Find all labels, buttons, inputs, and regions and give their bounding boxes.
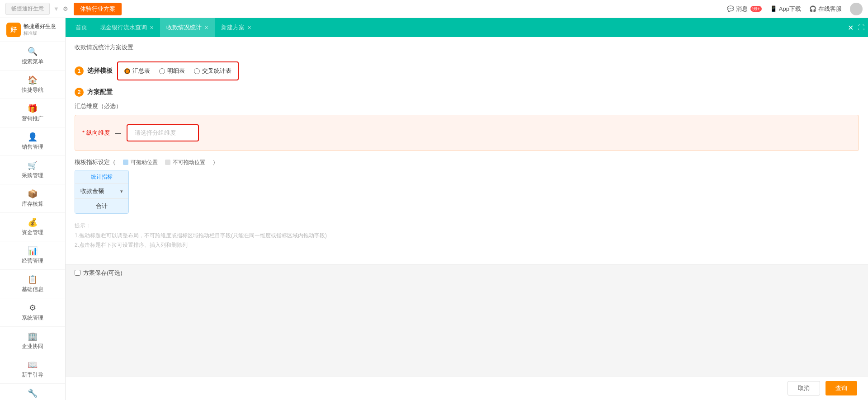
sidebar-item-enterprise[interactable]: 🏢 企业协同 [0,327,65,355]
dimension-arrow: — [115,130,121,136]
radio-cross-input[interactable] [194,68,200,74]
radio-detail-input[interactable] [159,68,165,74]
tips-section: 提示： 1.拖动标题栏可以调整布局，不可跨维度或指标区域拖动栏目字段(只能在同一… [75,221,859,250]
sidebar-item-label: 企业协同 [22,343,43,350]
tab-new-plan-label: 新建方案 [221,24,245,32]
logo-text: 畅捷通好生意 [24,23,56,30]
maximize-icon[interactable]: ⛶ [858,24,864,31]
cancel-button[interactable]: 取消 [788,381,820,395]
breadcrumb-arrow: ▼ [53,5,59,12]
search-icon: 🔍 [28,47,38,56]
sidebar-item-base-info[interactable]: 📋 基础信息 [0,270,65,298]
sidebar-item-label: 销售管理 [22,143,43,151]
book-icon: 📖 [28,360,38,370]
step2-title: 方案配置 [87,88,113,96]
home-icon: 🏠 [28,75,38,85]
dimension-row: * 纵向维度 — 请选择分组维度 [82,124,851,141]
step1-block: 1 选择模板 汇总表 明细表 [75,61,859,80]
close-window-icon[interactable]: ✕ [848,24,854,32]
radio-summary-input[interactable] [124,68,130,74]
sidebar: 好 畅捷通好生意 标准版 🔍 搜索菜单 🏠 快捷导航 🎁 营销推广 👤 销售管理… [0,18,66,400]
dimension-box: * 纵向维度 — 请选择分组维度 [75,115,859,151]
tab-home-label: 首页 [75,24,87,32]
metrics-item-amount[interactable]: 收款金额 ▾ [75,184,128,198]
trial-button[interactable]: 体验行业方案 [74,3,122,15]
top-header: 畅捷通好生意 ▼ ⚙ 体验行业方案 💬 消息 99+ 📱 App下载 🎧 在线客… [0,0,868,18]
sidebar-logo: 好 畅捷通好生意 标准版 [0,18,65,42]
sidebar-item-sales[interactable]: 👤 销售管理 [0,127,65,156]
save-label: 方案保存(可选) [83,269,123,277]
dimension-select[interactable]: 请选择分组维度 [127,124,199,141]
draggable-indicator [123,160,128,165]
sidebar-item-smart-hw[interactable]: 🔧 智能硬件 [0,384,65,400]
tab-bank-flow-close[interactable]: ✕ [150,25,154,31]
chart-icon: 📊 [28,246,38,256]
header-right: 💬 消息 99+ 📱 App下载 🎧 在线客服 [727,3,863,15]
avatar[interactable] [850,3,863,15]
sidebar-item-inventory[interactable]: 📦 库存核算 [0,184,65,213]
radio-detail-label: 明细表 [167,67,185,75]
box-icon: 📦 [28,189,38,199]
logo-version: 标准版 [24,30,56,37]
page-footer: 方案保存(可选) [66,264,868,282]
vertical-label: * 纵向维度 [82,129,110,137]
sidebar-item-system[interactable]: ⚙ 系统管理 [0,298,65,327]
page-title: 收款情况统计方案设置 [75,43,859,55]
main-content: 首页 现金银行流水查询 ✕ 收款情况统计 ✕ 新建方案 ✕ ✕ ⛶ [66,18,868,400]
sidebar-item-purchase[interactable]: 🛒 采购管理 [0,156,65,184]
tab-bank-flow[interactable]: 现金银行流水查询 ✕ [94,18,160,37]
app-download-item[interactable]: 📱 App下载 [770,5,801,13]
support-item[interactable]: 🎧 在线客服 [809,5,842,13]
metrics-total-label: 合计 [96,202,108,209]
metrics-item-total[interactable]: 合计 [75,198,128,213]
query-button[interactable]: 查询 [826,381,857,395]
step1-title: 选择模板 [87,67,113,75]
metrics-label: 模板指标设定（ [75,158,116,166]
step1-header: 1 选择模板 汇总表 明细表 [75,61,859,80]
legend-fixed-label: 不可拖动位置 [173,159,205,166]
sidebar-item-label: 库存核算 [22,200,43,208]
sidebar-item-search[interactable]: 🔍 搜索菜单 [0,42,65,71]
list-icon: 📋 [28,274,38,284]
metrics-header: 模板指标设定（ 可拖动位置 不可拖动位置 ） [75,158,859,166]
radio-cross[interactable]: 交叉统计表 [194,67,231,75]
metrics-close-paren: ） [212,158,218,166]
notification-badge: 99+ [750,6,762,12]
template-options: 汇总表 明细表 交叉统计表 [117,61,239,80]
tab-new-plan[interactable]: 新建方案 ✕ [215,18,258,37]
gift-icon: 🎁 [28,104,38,113]
download-icon: 📱 [770,5,777,12]
sidebar-item-operations[interactable]: 📊 经营管理 [0,241,65,270]
radio-cross-label: 交叉统计表 [202,67,231,75]
step2-header: 2 方案配置 [75,88,859,97]
money-icon: 💰 [28,217,38,227]
radio-summary-label: 汇总表 [132,67,150,75]
tab-bar: 首页 现金银行流水查询 ✕ 收款情况统计 ✕ 新建方案 ✕ ✕ ⛶ [66,18,868,37]
notification-item[interactable]: 💬 消息 99+ [727,5,762,13]
tab-receipt-stat[interactable]: 收款情况统计 ✕ [160,18,215,37]
save-checkbox[interactable] [75,270,80,276]
dimension-title: 汇总维度（必选） [75,102,859,110]
tip-line-2: 2.点击标题栏下拉可设置排序、插入列和删除列 [75,240,859,250]
sidebar-item-guide[interactable]: 📖 新手引导 [0,355,65,384]
cart-icon: 🛒 [28,160,38,170]
gear-icon[interactable]: ⚙ [63,5,68,12]
sidebar-item-label: 经营管理 [22,257,43,265]
tab-home[interactable]: 首页 [69,18,94,37]
page-section: 收款情况统计方案设置 1 选择模板 汇总表 [66,37,868,264]
chevron-down-icon: ▾ [120,188,123,194]
tab-new-plan-close[interactable]: ✕ [247,25,251,31]
sidebar-item-label: 营销推广 [22,115,43,122]
breadcrumb-area: 畅捷通好生意 ▼ ⚙ 体验行业方案 [5,3,727,15]
tab-receipt-stat-close[interactable]: ✕ [204,25,208,31]
sidebar-item-label: 系统管理 [22,314,43,322]
sidebar-item-label: 资金管理 [22,229,43,236]
sidebar-item-finance[interactable]: 💰 资金管理 [0,213,65,241]
legend-draggable-label: 可拖动位置 [131,159,158,166]
radio-detail[interactable]: 明细表 [159,67,185,75]
sidebar-item-quick-nav[interactable]: 🏠 快捷导航 [0,71,65,99]
save-option[interactable]: 方案保存(可选) [75,269,123,277]
sidebar-item-label: 新手引导 [22,371,43,379]
sidebar-item-marketing[interactable]: 🎁 营销推广 [0,99,65,127]
radio-summary[interactable]: 汇总表 [124,67,150,75]
